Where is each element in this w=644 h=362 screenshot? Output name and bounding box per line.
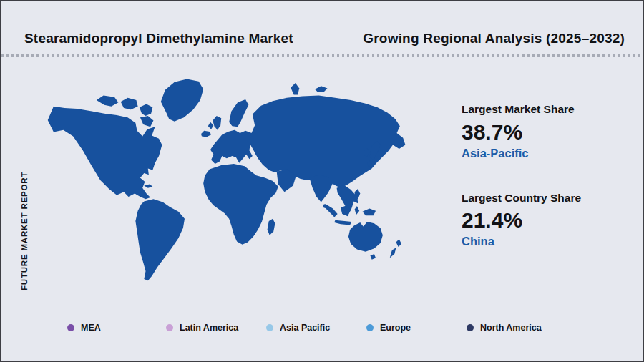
legend-label: Europe [380, 323, 411, 333]
legend-label: Latin America [180, 323, 238, 333]
map-united-kingdom [213, 116, 221, 130]
legend-dot-latin-america [166, 324, 173, 331]
stat-largest-country-share: Largest Country Share 21.4% China [462, 192, 637, 249]
map-cuba [144, 184, 152, 187]
legend-dot-europe [366, 324, 374, 331]
stat-label: Largest Market Share [462, 103, 637, 117]
map-iceland [201, 131, 211, 137]
infographic-frame: Stearamidopropyl Dimethylamine Market Gr… [0, 0, 644, 362]
legend-dot-mea [67, 324, 74, 331]
stat-largest-market-share: Largest Market Share 38.7% Asia-Pacific [462, 103, 637, 160]
stat-label: Largest Country Share [462, 192, 637, 205]
map-south-america [135, 199, 185, 280]
map-new-zealand-north [396, 239, 401, 247]
map-asia-mainland [250, 95, 406, 187]
map-sulawesi [355, 206, 360, 215]
stat-region: Asia-Pacific [462, 147, 637, 160]
world-map [46, 67, 436, 295]
legend-label: North America [480, 323, 542, 333]
map-arctic-island [140, 104, 153, 116]
map-australia [348, 222, 383, 252]
stat-value: 38.7% [462, 122, 637, 143]
legend-item-asia-pacific: Asia Pacific [266, 322, 330, 333]
brand-watermark: FUTURE MARKET REPORT [20, 170, 29, 292]
stat-value: 21.4% [462, 210, 637, 231]
legend-label: MEA [81, 323, 101, 333]
page-title-left: Stearamidopropyl Dimethylamine Market [24, 31, 293, 47]
map-baffin-island [140, 116, 154, 127]
map-madagascar [268, 219, 275, 235]
map-new-guinea [363, 208, 376, 215]
map-sumatra [324, 205, 338, 217]
legend-item-mea: MEA [67, 322, 101, 333]
page-title: Stearamidopropyl Dimethylamine Market Gr… [24, 31, 625, 47]
map-arctic-island [121, 98, 138, 109]
map-java [334, 220, 351, 225]
map-greenland [161, 79, 203, 121]
map-arctic-russia-island [315, 86, 327, 92]
legend-item-north-america: North America [467, 322, 542, 333]
map-ireland [208, 122, 214, 129]
legend-label: Asia Pacific [280, 323, 330, 333]
legend-item-latin-america: Latin America [166, 322, 238, 333]
stat-region: China [462, 235, 637, 248]
legend-dot-asia-pacific [266, 324, 273, 331]
map-new-zealand-south [390, 248, 396, 258]
map-novaya-zemlya [291, 83, 299, 94]
stats-panel: Largest Market Share 38.7% Asia-Pacific … [462, 103, 637, 248]
map-europe-mainland [210, 130, 256, 164]
map-india [309, 175, 333, 202]
map-scandinavia [229, 99, 248, 127]
map-africa [203, 164, 278, 245]
legend-dot-north-america [467, 324, 474, 331]
map-arctic-island [97, 95, 119, 106]
legend-item-europe: Europe [366, 322, 411, 333]
dotted-divider [1, 54, 643, 57]
map-tasmania [370, 254, 376, 260]
page-title-right: Growing Regional Analysis (2025–2032) [363, 31, 625, 47]
